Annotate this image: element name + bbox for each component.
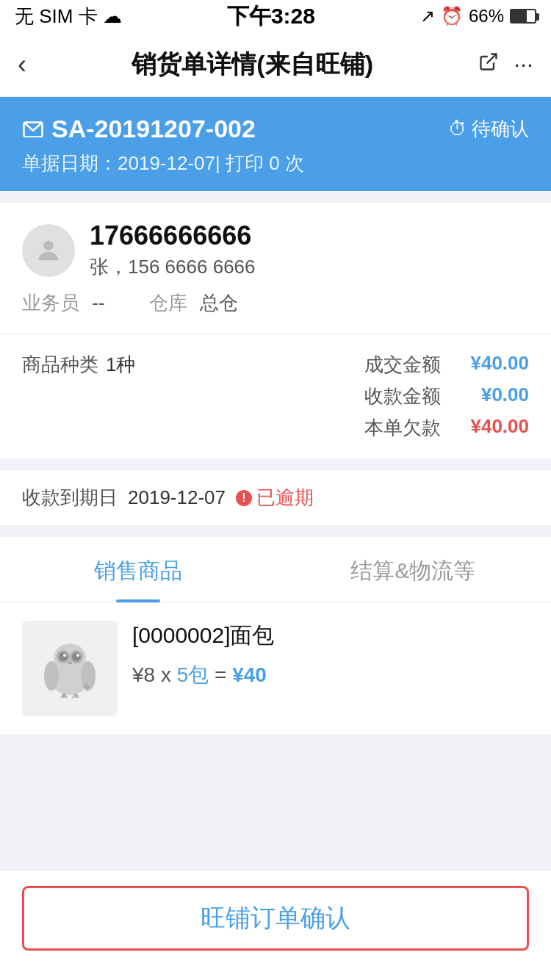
product-unit-price: ¥8 xyxy=(132,663,155,686)
status-right: ↗ ⏰ 66% xyxy=(420,6,536,26)
svg-point-2 xyxy=(43,240,53,250)
alarm-icon: ⏰ xyxy=(441,6,463,26)
sim-status: 无 SIM 卡 ☁ xyxy=(15,4,122,29)
customer-card: 17666666666 张，156 6666 6666 业务员 -- 仓库 总仓 xyxy=(0,203,551,334)
sales-label: 业务员 xyxy=(22,292,79,314)
status-left: 无 SIM 卡 ☁ xyxy=(15,4,122,29)
product-type-value: 1种 xyxy=(106,352,135,378)
order-header: SA-20191207-002 ⏱ 待确认 单据日期：2019-12-07| 打… xyxy=(0,97,551,191)
amounts-card: 商品种类 1种 成交金额 ¥40.00 收款金额 ¥0.00 本单欠款 ¥40.… xyxy=(0,334,551,458)
product-type-label: 商品种类 xyxy=(22,352,98,378)
order-date: 单据日期：2019-12-07| 打印 0 次 xyxy=(22,151,529,176)
empty-space xyxy=(0,734,551,881)
product-section: + [0000002]面包 ¥8 x 5包 = ¥40 xyxy=(0,603,551,734)
share-icon[interactable] xyxy=(478,51,499,77)
page-title: 销货单详情(来自旺铺) xyxy=(132,48,373,82)
bottom-bar: 旺铺订单确认 xyxy=(0,871,551,980)
more-icon[interactable]: ··· xyxy=(514,51,533,78)
amount-deal: 成交金额 ¥40.00 xyxy=(364,352,529,378)
svg-line-0 xyxy=(487,54,497,64)
order-status: ⏱ 待确认 xyxy=(448,116,529,142)
warehouse-label: 仓库 xyxy=(149,292,187,314)
due-date-value: 2019-12-07 xyxy=(128,486,226,509)
location-icon: ↗ xyxy=(420,6,435,26)
back-button[interactable]: ‹ xyxy=(18,49,26,80)
svg-point-10 xyxy=(76,654,79,657)
tab-settlement[interactable]: 结算&物流等 xyxy=(276,537,551,602)
confirm-order-button[interactable]: 旺铺订单确认 xyxy=(22,886,529,951)
sales-value: -- xyxy=(92,292,104,314)
svg-point-6 xyxy=(59,652,68,661)
product-info: [0000002]面包 ¥8 x 5包 = ¥40 xyxy=(132,621,529,716)
svg-point-7 xyxy=(63,654,66,657)
product-thumbnail: + xyxy=(22,621,118,716)
overdue-dot-icon: ! xyxy=(236,490,252,506)
overdue-badge: ! 已逾期 xyxy=(236,485,314,511)
multiply-sign: x xyxy=(161,663,171,686)
product-type: 商品种类 1种 xyxy=(22,352,135,378)
customer-meta: 业务员 -- 仓库 总仓 xyxy=(22,290,529,316)
status-clock-icon: ⏱ xyxy=(448,118,467,140)
overdue-text: 已逾期 xyxy=(256,485,314,511)
product-name: [0000002]面包 xyxy=(132,621,529,651)
svg-point-12 xyxy=(44,661,59,691)
product-item: + [0000002]面包 ¥8 x 5包 = ¥40 xyxy=(22,621,529,716)
order-id: SA-20191207-002 xyxy=(22,115,256,143)
warehouse-value: 总仓 xyxy=(200,292,238,314)
battery-icon xyxy=(510,9,536,24)
product-qty: 5包 xyxy=(177,663,209,686)
customer-avatar xyxy=(22,224,75,277)
order-icon xyxy=(22,115,44,143)
svg-point-9 xyxy=(72,652,81,661)
amount-owed: 本单欠款 ¥40.00 xyxy=(364,415,529,441)
tab-products[interactable]: 销售商品 xyxy=(0,537,276,602)
status-time: 下午3:28 xyxy=(227,1,315,32)
status-bar: 无 SIM 卡 ☁ 下午3:28 ↗ ⏰ 66% xyxy=(0,0,551,32)
amounts-list: 成交金额 ¥40.00 收款金额 ¥0.00 本单欠款 ¥40.00 xyxy=(364,352,529,441)
amounts-row: 商品种类 1种 成交金额 ¥40.00 收款金额 ¥0.00 本单欠款 ¥40.… xyxy=(22,352,529,441)
product-total: ¥40 xyxy=(232,663,267,686)
svg-text:+: + xyxy=(82,679,91,695)
nav-actions: ··· xyxy=(478,51,533,78)
battery-status: 66% xyxy=(469,6,504,26)
product-price-row: ¥8 x 5包 = ¥40 xyxy=(132,661,529,689)
tabs-container: 销售商品 结算&物流等 xyxy=(0,537,551,603)
equals-sign: = xyxy=(215,663,226,686)
due-date-section: 收款到期日 2019-12-07 ! 已逾期 xyxy=(0,470,551,525)
customer-phone: 17666666666 xyxy=(90,220,256,251)
due-date-label: 收款到期日 xyxy=(22,485,118,511)
amount-received: 收款金额 ¥0.00 xyxy=(364,383,529,409)
customer-name: 张，156 6666 6666 xyxy=(90,254,256,280)
nav-bar: ‹ 销货单详情(来自旺铺) ··· xyxy=(0,32,551,97)
